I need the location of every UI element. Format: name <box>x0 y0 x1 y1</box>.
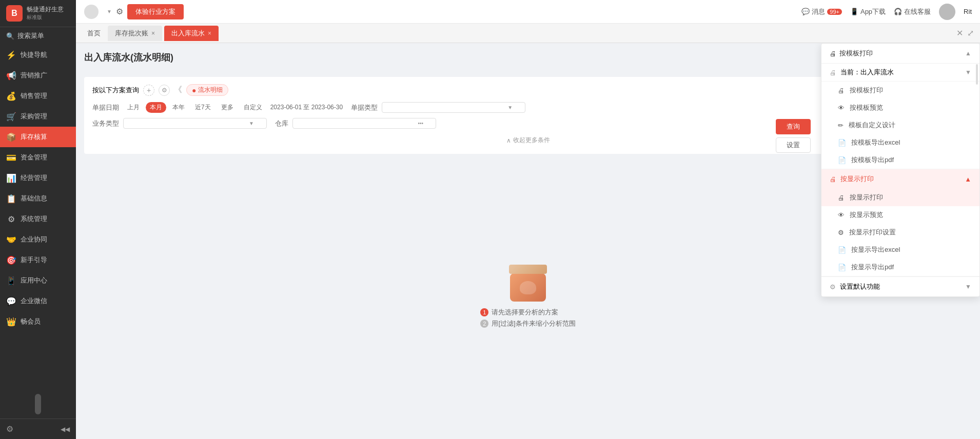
date-tab-custom[interactable]: 自定义 <box>240 102 266 113</box>
collapse-icon[interactable]: ◀◀ <box>61 426 70 433</box>
template-custom-icon: ✏ <box>838 122 844 129</box>
template-pdf-icon: 📄 <box>838 156 846 164</box>
display-section-icon: 🖨 <box>830 175 836 183</box>
dropdown-template-custom[interactable]: ✏ 模板自定义设计 <box>821 116 979 134</box>
sidebar-item-purchase[interactable]: 🛒 采购管理 <box>0 106 76 127</box>
settings-icon[interactable]: ⚙ <box>6 424 13 434</box>
dropdown-current-section: 🖨 当前：出入库流水 ▼ <box>821 64 979 82</box>
sidebar-item-sales[interactable]: 💰 销售管理 <box>0 86 76 106</box>
sidebar-item-label: 企业协同 <box>21 235 47 244</box>
filter-setting-button[interactable]: ⚙ <box>159 85 170 96</box>
filter-collapse-icon[interactable]: 《 <box>174 85 182 95</box>
default-section-icon: ⚙ <box>830 283 836 291</box>
business-type-label: 业务类型 <box>92 119 119 128</box>
sidebar-item-label: 企业微信 <box>21 296 47 306</box>
message-item[interactable]: 💬 消息 99+ <box>801 7 842 16</box>
app-download-icon: 📱 <box>850 8 858 15</box>
sidebar-item-basic[interactable]: 📋 基础信息 <box>0 188 76 209</box>
user-avatar[interactable] <box>939 4 955 20</box>
dropdown-default-section: ⚙ 设置默认功能 ▼ <box>821 276 979 296</box>
app-download-item[interactable]: 📱 App下载 <box>850 7 886 16</box>
warehouse-field: 仓库 ••• <box>275 118 436 129</box>
display-section-arrow[interactable]: ▲ <box>965 175 971 183</box>
sidebar-item-operation[interactable]: 📊 经营管理 <box>0 168 76 188</box>
dropdown-template-excel[interactable]: 📄 按模板导出excel <box>821 134 979 151</box>
dropdown-display-print[interactable]: 🖨 按显示打印 <box>821 189 979 206</box>
dropdown-display-print-settings[interactable]: ⚙ 按显示打印设置 <box>821 224 979 241</box>
date-field: 单据日期 上月 本月 本年 近7天 更多 自定义 2023-06-01 至 20… <box>92 102 343 113</box>
trial-button[interactable]: 体验行业方案 <box>127 4 184 19</box>
business-type-select[interactable]: ▼ <box>123 118 267 129</box>
template-print-item-label: 按模板打印 <box>850 86 883 95</box>
display-print-icon: 🖨 <box>838 194 845 202</box>
tab-batch[interactable]: 库存批次账 × <box>108 26 162 41</box>
dropdown-template-preview[interactable]: 👁 按模板预览 <box>821 99 979 116</box>
online-service-item[interactable]: 🎧 在线客服 <box>894 7 931 16</box>
collapse-label: 收起更多条件 <box>513 136 550 145</box>
date-tab-last-month[interactable]: 上月 <box>123 102 144 113</box>
chevron-down-icon[interactable]: ▼ <box>107 9 112 14</box>
date-tab-this-year[interactable]: 本年 <box>168 102 189 113</box>
template-print-icon: 🖨 <box>838 87 845 94</box>
date-tab-this-month[interactable]: 本月 <box>146 102 166 113</box>
user-display-name: Rit <box>964 8 972 15</box>
filter-tag[interactable]: ● 流水明细 <box>186 84 228 96</box>
sidebar-item-member[interactable]: 👑 畅会员 <box>0 311 76 332</box>
display-excel-label: 按显示导出excel <box>851 245 900 254</box>
sidebar-item-quick-nav[interactable]: ⚡ 快捷导航 <box>0 45 76 65</box>
sidebar-item-wechat[interactable]: 💬 企业微信 <box>0 291 76 311</box>
current-section-header[interactable]: 🖨 当前：出入库流水 ▼ <box>821 64 979 81</box>
dropdown-display-header[interactable]: 🖨 按显示打印 ▲ <box>821 169 979 189</box>
sidebar-item-label: 应用中心 <box>21 276 47 285</box>
search-icon: 🔍 <box>6 32 14 40</box>
sidebar-item-app[interactable]: 📱 应用中心 <box>0 270 76 291</box>
sidebar-search[interactable]: 🔍 搜索菜单 <box>0 27 76 45</box>
scroll-thumb[interactable] <box>976 64 978 85</box>
dropdown-display-pdf[interactable]: 📄 按显示导出pdf <box>821 258 979 276</box>
dropdown-display-excel[interactable]: 📄 按显示导出excel <box>821 241 979 258</box>
sidebar-item-system[interactable]: ⚙ 系统管理 <box>0 209 76 229</box>
query-button[interactable]: 查询 <box>776 119 811 134</box>
system-icon: ⚙ <box>6 214 16 224</box>
template-excel-icon: 📄 <box>838 139 846 147</box>
default-section-arrow[interactable]: ▼ <box>965 283 971 290</box>
doc-type-select[interactable]: ▼ <box>382 102 525 113</box>
expand-window-icon[interactable]: ⤢ <box>967 28 974 38</box>
sidebar-item-marketing[interactable]: 📢 营销推广 <box>0 65 76 86</box>
sidebar-item-collab[interactable]: 🤝 企业协同 <box>0 229 76 250</box>
display-section-label: 按显示打印 <box>840 174 874 184</box>
sidebar-item-label: 采购管理 <box>21 112 47 121</box>
tab-flow-close[interactable]: × <box>208 30 211 37</box>
dropdown-template-pdf[interactable]: 📄 按模板导出pdf <box>821 151 979 169</box>
sidebar-item-inventory[interactable]: 📦 库存核算 <box>0 127 76 147</box>
dropdown-up-arrow[interactable]: ▲ <box>965 50 971 57</box>
display-pdf-icon: 📄 <box>838 264 846 271</box>
current-section-arrow[interactable]: ▼ <box>965 69 971 76</box>
tab-batch-close[interactable]: × <box>151 30 155 37</box>
sidebar-item-label: 快捷导航 <box>21 50 47 59</box>
tab-home[interactable]: 首页 <box>82 26 106 41</box>
dropdown-display-preview[interactable]: 👁 按显示预览 <box>821 206 979 224</box>
date-tab-more[interactable]: 更多 <box>217 102 238 113</box>
close-window-icon[interactable]: ✕ <box>956 28 963 38</box>
tab-flow[interactable]: 出入库流水 × <box>164 26 219 41</box>
warehouse-more-icon[interactable]: ••• <box>418 121 423 126</box>
warehouse-select[interactable]: ••• <box>292 118 436 129</box>
marketing-icon: 📢 <box>6 70 16 81</box>
set-button[interactable]: 设置 <box>776 137 811 153</box>
empty-step-1: 1 请先选择要分析的方案 <box>480 308 575 317</box>
sidebar-item-guide[interactable]: 🎯 新手引导 <box>0 250 76 270</box>
current-section-icon: 🖨 <box>830 69 836 76</box>
sidebar-scroll-thumb[interactable] <box>35 394 41 414</box>
empty-illustration <box>505 261 551 302</box>
empty-visual <box>505 261 551 302</box>
sidebar-item-finance[interactable]: 💳 资金管理 <box>0 147 76 168</box>
topbar-gear-icon[interactable]: ⚙ <box>116 7 123 16</box>
date-tab-last7[interactable]: 近7天 <box>191 102 215 113</box>
filter-add-button[interactable]: + <box>143 85 154 96</box>
dropdown-template-print[interactable]: 🖨 按模板打印 <box>821 82 979 99</box>
topbar: ▼ ⚙ 体验行业方案 💬 消息 99+ 📱 App下载 🎧 在线客服 Rit <box>76 0 980 24</box>
sidebar-item-label: 基础信息 <box>21 194 47 203</box>
template-preview-icon: 👁 <box>838 104 845 112</box>
dropdown-default-header[interactable]: ⚙ 设置默认功能 ▼ <box>821 276 979 296</box>
